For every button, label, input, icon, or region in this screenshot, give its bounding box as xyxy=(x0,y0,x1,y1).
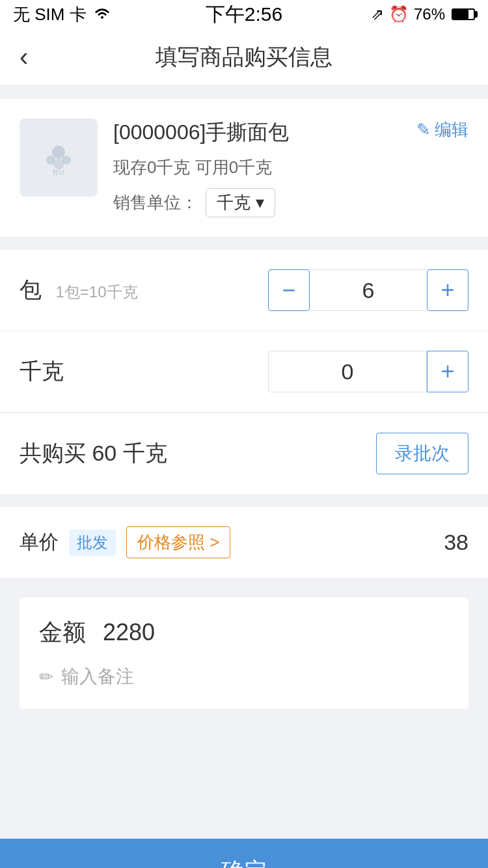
bao-plus-button[interactable]: + xyxy=(427,269,468,311)
edit-label: 编辑 xyxy=(435,118,468,141)
bao-row: 包 1包=10千克 − + xyxy=(0,250,488,331)
price-label: 单价 xyxy=(20,529,59,556)
edit-button[interactable]: ✎ 编辑 xyxy=(416,118,468,141)
product-card: 智计 [0000006]手撕面包 现存0千克 可用0千克 销售单位： 千克 ▾ … xyxy=(0,99,488,237)
bao-input[interactable] xyxy=(310,269,427,311)
price-tag: 批发 xyxy=(69,530,116,556)
total-text: 共购买 60 千克 xyxy=(20,439,167,468)
svg-point-0 xyxy=(52,146,65,159)
svg-point-3 xyxy=(53,159,64,169)
bao-hint: 1包=10千克 xyxy=(55,283,137,301)
bao-minus-button[interactable]: − xyxy=(268,269,310,311)
edit-icon: ✎ xyxy=(416,120,431,140)
status-left: 无 SIM 卡 xyxy=(13,3,113,26)
status-bar: 无 SIM 卡 下午2:56 ⇗ ⏰ 76% xyxy=(0,0,488,29)
product-info: [0000006]手撕面包 现存0千克 可用0千克 销售单位： 千克 ▾ xyxy=(113,118,468,217)
price-section: 单价 批发 价格参照 > 38 xyxy=(0,507,488,578)
kg-input[interactable] xyxy=(268,351,427,392)
batch-button[interactable]: 录批次 xyxy=(376,433,468,474)
carrier-text: 无 SIM 卡 xyxy=(13,3,87,26)
unit-label: 销售单位： xyxy=(113,191,198,214)
section-divider xyxy=(0,494,488,507)
product-unit: 销售单位： 千克 ▾ xyxy=(113,188,468,217)
location-icon: ⇗ xyxy=(371,5,384,23)
product-stock: 现存0千克 可用0千克 xyxy=(113,156,468,179)
product-name: [0000006]手撕面包 xyxy=(113,118,468,147)
kg-row: 千克 + xyxy=(0,331,488,413)
price-ref-button[interactable]: 价格参照 > xyxy=(126,526,230,558)
input-section: 包 1包=10千克 − + 千克 + 共购买 60 千克 录批次 xyxy=(0,250,488,494)
status-time: 下午2:56 xyxy=(206,1,282,28)
kg-plus-button[interactable]: + xyxy=(427,351,468,392)
alarm-icon: ⏰ xyxy=(389,5,409,23)
unit-value: 千克 xyxy=(217,191,251,214)
kg-qty-control: + xyxy=(268,351,468,392)
bao-qty-control: − + xyxy=(268,269,468,311)
bottom-area xyxy=(0,709,488,839)
battery-text: 76% xyxy=(414,5,445,23)
amount-row: 金额 2280 ✏ 输入备注 xyxy=(20,597,468,709)
page-title: 填写商品购买信息 xyxy=(156,42,332,72)
price-value: 38 xyxy=(444,530,468,555)
svg-text:智计: 智计 xyxy=(52,169,65,176)
amount-section: 金额 2280 ✏ 输入备注 xyxy=(0,578,488,709)
product-image: 智计 xyxy=(20,118,98,197)
price-row: 单价 批发 价格参照 > 38 xyxy=(20,526,468,558)
bao-label: 包 1包=10千克 xyxy=(20,275,268,305)
nav-bar: ‹ 填写商品购买信息 xyxy=(0,29,488,86)
wifi-icon xyxy=(92,5,113,25)
unit-selector[interactable]: 千克 ▾ xyxy=(206,188,275,217)
amount-value: 2280 xyxy=(103,619,155,645)
remark-placeholder: 输入备注 xyxy=(61,664,134,689)
amount-text: 金额 2280 xyxy=(39,617,449,649)
back-button[interactable]: ‹ xyxy=(20,42,28,72)
pencil-icon: ✏ xyxy=(39,667,53,687)
unit-chevron-icon: ▾ xyxy=(256,193,264,213)
status-right: ⇗ ⏰ 76% xyxy=(371,5,475,23)
total-row: 共购买 60 千克 录批次 xyxy=(0,413,488,494)
remark-row[interactable]: ✏ 输入备注 xyxy=(39,664,449,689)
battery-icon xyxy=(452,8,475,20)
kg-label: 千克 xyxy=(20,357,268,387)
confirm-button[interactable]: 确定 xyxy=(0,839,488,868)
